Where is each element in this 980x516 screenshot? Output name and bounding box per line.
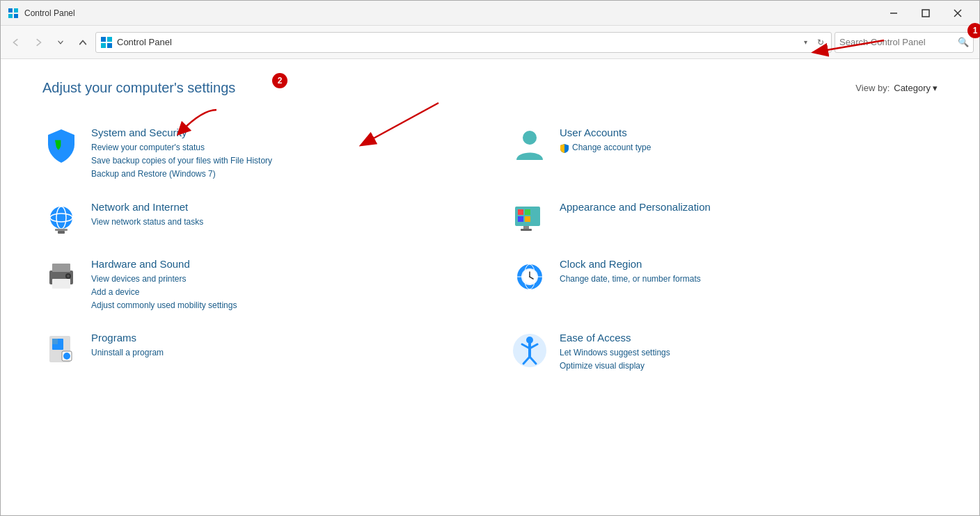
svg-rect-9 xyxy=(107,37,112,42)
page-title: Adjust your computer's settings xyxy=(42,80,235,96)
svg-rect-23 xyxy=(523,226,529,229)
network-internet-text: Network and Internet View network status… xyxy=(91,201,469,229)
user-accounts-icon xyxy=(511,127,548,164)
system-security-link-0[interactable]: Review your computer's status xyxy=(91,141,469,154)
hardware-sound-link-1[interactable]: Add a device xyxy=(91,286,469,299)
network-internet-icon xyxy=(42,201,80,239)
appearance-icon xyxy=(511,201,548,239)
system-security-link-2[interactable]: Backup and Restore (Windows 7) xyxy=(91,168,469,181)
search-input[interactable] xyxy=(839,37,958,47)
category-user-accounts[interactable]: User Accounts Change account type xyxy=(511,117,938,191)
window-controls xyxy=(878,1,974,26)
clock-region-link-0[interactable]: Change date, time, or number formats xyxy=(560,273,938,286)
navigation-bar: Control Panel ▾ ↻ 🔍 1 xyxy=(1,26,979,59)
window-icon xyxy=(6,6,20,20)
hardware-sound-text: Hardware and Sound View devices and prin… xyxy=(91,258,469,313)
address-dropdown-button[interactable]: ▾ xyxy=(801,37,810,47)
windows-shield-icon xyxy=(560,143,569,153)
system-security-text: System and Security Review your computer… xyxy=(91,127,469,182)
viewby-control: View by: Category ▾ xyxy=(855,83,938,93)
svg-rect-20 xyxy=(525,209,530,215)
svg-point-48 xyxy=(513,334,546,367)
system-security-link-1[interactable]: Save backup copies of your files with Fi… xyxy=(91,154,469,168)
programs-title[interactable]: Programs xyxy=(91,332,469,344)
svg-point-29 xyxy=(67,275,70,277)
address-bar-icon xyxy=(100,36,113,49)
svg-rect-24 xyxy=(521,229,532,231)
programs-text: Programs Uninstall a program xyxy=(91,332,469,360)
network-internet-link-0[interactable]: View network status and tasks xyxy=(91,216,469,229)
annotation-badge-1: 1 xyxy=(967,23,980,38)
system-security-title[interactable]: System and Security xyxy=(91,127,469,138)
ease-of-access-link-0[interactable]: Let Windows suggest settings xyxy=(560,346,938,360)
appearance-title[interactable]: Appearance and Personalization xyxy=(560,201,938,213)
category-network-internet[interactable]: Network and Internet View network status… xyxy=(42,191,469,248)
user-accounts-title[interactable]: User Accounts xyxy=(560,127,938,138)
svg-rect-3 xyxy=(14,14,18,18)
ease-of-access-link-1[interactable]: Optimize visual display xyxy=(560,360,938,373)
svg-rect-5 xyxy=(922,10,929,17)
back-button[interactable] xyxy=(6,33,26,52)
svg-rect-10 xyxy=(101,43,106,48)
clock-region-icon xyxy=(511,258,548,296)
hardware-sound-link-2[interactable]: Adjust commonly used mobility settings xyxy=(91,299,469,312)
address-bar[interactable]: Control Panel ▾ ↻ xyxy=(95,32,832,53)
window-title: Control Panel xyxy=(24,8,878,18)
network-internet-title[interactable]: Network and Internet xyxy=(91,201,469,213)
minimize-button[interactable] xyxy=(878,1,910,26)
programs-link-0[interactable]: Uninstall a program xyxy=(91,346,469,360)
svg-rect-39 xyxy=(52,339,58,344)
svg-point-41 xyxy=(63,353,70,360)
titlebar: Control Panel xyxy=(1,1,979,26)
hardware-sound-icon xyxy=(42,258,80,296)
viewby-arrow-icon: ▾ xyxy=(933,83,938,93)
category-appearance[interactable]: Appearance and Personalization xyxy=(511,191,938,248)
svg-rect-0 xyxy=(8,8,13,13)
svg-rect-21 xyxy=(518,216,523,222)
svg-rect-17 xyxy=(58,231,65,234)
svg-rect-1 xyxy=(14,8,18,13)
programs-icon xyxy=(42,332,80,369)
category-programs[interactable]: Programs Uninstall a program xyxy=(42,322,469,382)
refresh-button[interactable]: ↻ xyxy=(814,36,827,49)
clock-region-text: Clock and Region Change date, time, or n… xyxy=(560,258,938,286)
user-accounts-link-0[interactable]: Change account type xyxy=(560,141,938,154)
close-button[interactable] xyxy=(942,1,974,26)
svg-rect-22 xyxy=(525,216,530,222)
hardware-sound-title[interactable]: Hardware and Sound xyxy=(91,258,469,270)
category-hardware-sound[interactable]: Hardware and Sound View devices and prin… xyxy=(42,248,469,323)
appearance-text: Appearance and Personalization xyxy=(560,201,938,216)
categories-grid: System and Security Review your computer… xyxy=(42,117,938,383)
ease-of-access-text: Ease of Access Let Windows suggest setti… xyxy=(560,332,938,373)
svg-rect-16 xyxy=(55,229,68,231)
svg-point-13 xyxy=(50,207,72,229)
search-box[interactable]: 🔍 1 xyxy=(835,32,974,53)
hardware-sound-link-0[interactable]: View devices and printers xyxy=(91,273,469,286)
svg-rect-2 xyxy=(8,14,13,18)
category-ease-of-access[interactable]: Ease of Access Let Windows suggest setti… xyxy=(511,322,938,382)
forward-button[interactable] xyxy=(29,33,48,52)
category-system-security[interactable]: System and Security Review your computer… xyxy=(42,117,469,191)
address-text: Control Panel xyxy=(117,37,797,47)
annotation-badge-2: 2 xyxy=(272,73,287,88)
viewby-dropdown[interactable]: Category ▾ xyxy=(894,83,938,93)
viewby-value-text: Category xyxy=(894,83,931,93)
user-accounts-text: User Accounts Change account type xyxy=(560,127,938,154)
up-button[interactable] xyxy=(73,33,93,52)
content-header: Adjust your computer's settings 2 View b… xyxy=(42,80,938,96)
search-icon: 🔍 xyxy=(958,37,969,47)
viewby-label: View by: xyxy=(855,83,890,93)
svg-point-12 xyxy=(523,131,537,145)
svg-rect-11 xyxy=(107,43,112,48)
system-security-icon xyxy=(42,127,80,164)
svg-rect-8 xyxy=(101,37,106,42)
category-clock-region[interactable]: Clock and Region Change date, time, or n… xyxy=(511,248,938,323)
maximize-button[interactable] xyxy=(910,1,942,26)
svg-rect-26 xyxy=(52,264,70,272)
main-content: Adjust your computer's settings 2 View b… xyxy=(1,59,979,515)
ease-of-access-title[interactable]: Ease of Access xyxy=(560,332,938,344)
ease-of-access-icon xyxy=(511,332,548,369)
dropdown-recent-button[interactable] xyxy=(51,33,70,52)
clock-region-title[interactable]: Clock and Region xyxy=(560,258,938,270)
svg-rect-27 xyxy=(52,279,70,289)
